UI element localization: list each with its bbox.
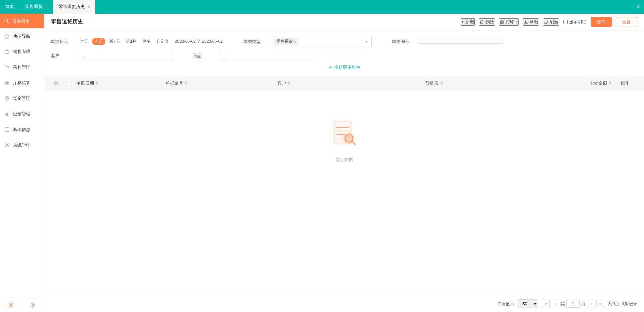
- print-icon: [500, 20, 504, 24]
- customer-input[interactable]: ...: [78, 51, 172, 60]
- prev-page-button[interactable]: ‹: [551, 300, 559, 308]
- bill-type-dropdown-arrow[interactable]: ▾: [365, 39, 368, 44]
- first-page-button[interactable]: «: [542, 300, 550, 308]
- goods-label: 商品: [193, 53, 213, 59]
- content-area: 零售退货历史 + 新增 删除 打印: [44, 14, 644, 312]
- tab-retail-return[interactable]: 零售退货 ×: [20, 0, 53, 14]
- th-checkbox[interactable]: [63, 81, 76, 85]
- tab-retail-return-history[interactable]: 零售退货历史 ×: [53, 0, 95, 14]
- settings-bottom-icon[interactable]: [8, 302, 14, 308]
- show-detail-checkbox-label[interactable]: 显示明细: [563, 19, 587, 25]
- basic-info-icon: [4, 127, 10, 133]
- sidebar-item-operation-label: 经营管理: [13, 111, 30, 117]
- sidebar-item-system-label: 系统管理: [13, 142, 30, 148]
- tab-retail-return-history-label: 零售退货历史: [58, 4, 85, 10]
- sort-customer-icon[interactable]: ⇅: [287, 81, 290, 85]
- date-btn-yesterday[interactable]: 昨天: [78, 38, 90, 45]
- sort-bill-no-icon[interactable]: ⇅: [185, 81, 188, 85]
- bill-no-input[interactable]: [419, 40, 503, 44]
- svg-point-18: [10, 304, 12, 306]
- svg-rect-7: [5, 83, 7, 85]
- print-button[interactable]: 打印 ▾: [499, 18, 519, 26]
- th-date[interactable]: 单据日期 ⇅: [76, 80, 166, 86]
- refresh-label: 刷新: [550, 19, 558, 25]
- sort-date-icon[interactable]: ⇅: [95, 81, 98, 85]
- page-unit-label: 页: [581, 301, 586, 307]
- date-btn-today[interactable]: 今天: [92, 38, 105, 45]
- total-info: 共0页, 0条记录: [608, 301, 637, 307]
- sidebar-item-quick-nav[interactable]: 快捷导航: [0, 28, 44, 44]
- search-menu-label: 搜索菜单: [12, 18, 30, 24]
- th-guide[interactable]: 导购员 ⇅: [426, 80, 537, 86]
- sort-amount-icon[interactable]: ⇅: [609, 81, 612, 85]
- audio-bottom-icon[interactable]: [30, 302, 36, 308]
- close-retail-return-history-tab[interactable]: ×: [88, 4, 90, 9]
- svg-point-20: [55, 83, 57, 84]
- table-wrapper: 单据日期 ⇅ 单据编号 ⇅ 客户 ⇅ 导购员 ⇅ 实销金额 ⇅: [44, 76, 644, 295]
- sidebar-item-sales-label: 销售管理: [13, 49, 30, 55]
- main-layout: 搜索菜单 快捷导航 销售管理: [0, 14, 644, 312]
- page-size-select[interactable]: 50 100 200: [518, 299, 538, 308]
- sort-guide-icon[interactable]: ⇅: [440, 81, 443, 85]
- add-button[interactable]: + 新增: [461, 18, 475, 26]
- sidebar-item-operation[interactable]: 经营管理: [0, 106, 44, 122]
- th-customer[interactable]: 客户 ⇅: [277, 80, 426, 86]
- collapse-icon: [328, 65, 333, 70]
- page-header: 零售退货历史 + 新增 删除 打印: [44, 14, 644, 30]
- sidebar-item-system[interactable]: 系统管理: [0, 137, 44, 153]
- date-options-group: 昨天 今天 近7天 近1月 更多 自定义 2023-06-02 至 2023-0…: [78, 38, 223, 45]
- sidebar-item-finance[interactable]: 资金管理: [0, 91, 44, 106]
- refresh-button[interactable]: 刷新: [543, 18, 559, 26]
- sidebar: 搜索菜单 快捷导航 销售管理: [0, 14, 44, 312]
- filter-row-2: 客户 ... 商品 ...: [51, 51, 637, 60]
- date-btn-1month[interactable]: 近1月: [124, 38, 139, 45]
- bill-type-select[interactable]: 零售退货 × ▾: [270, 36, 372, 47]
- sidebar-item-basic-info-label: 基础信息: [13, 127, 30, 133]
- query-button[interactable]: 查询: [591, 17, 612, 27]
- sidebar-item-purchase-label: 采购管理: [13, 64, 30, 70]
- last-page-button[interactable]: »: [596, 300, 604, 308]
- export-label: 导出: [529, 19, 538, 25]
- sidebar-item-purchase[interactable]: 采购管理: [0, 60, 44, 75]
- select-all-checkbox[interactable]: [68, 81, 72, 85]
- svg-rect-11: [7, 113, 8, 116]
- search-menu-bar[interactable]: 搜索菜单: [0, 14, 44, 28]
- tag-close-icon[interactable]: ×: [294, 40, 296, 44]
- window-close-button[interactable]: ×: [636, 3, 640, 10]
- system-icon: [4, 142, 10, 148]
- collapse-button[interactable]: 收起更多条件: [328, 64, 360, 70]
- sidebar-item-basic-info[interactable]: 基础信息: [0, 122, 44, 137]
- th-amount[interactable]: 实销金额 ⇅: [537, 80, 612, 86]
- export-button[interactable]: 导出: [523, 18, 539, 26]
- filter-area: 单据日期 昨天 今天 近7天 近1月 更多 自定义 2023-06-02 至 2…: [44, 30, 644, 76]
- delete-icon: [479, 20, 484, 24]
- delete-label: 删除: [485, 19, 494, 25]
- date-label: 单据日期: [51, 39, 71, 45]
- th-bill-no[interactable]: 单据编号 ⇅: [166, 80, 277, 86]
- print-dropdown-icon[interactable]: ▾: [516, 20, 518, 24]
- close-retail-return-tab[interactable]: ×: [45, 4, 48, 9]
- tab-home[interactable]: 首页: [0, 0, 20, 14]
- sidebar-item-quick-nav-label: 快捷导航: [13, 33, 30, 39]
- next-page-button[interactable]: ›: [587, 300, 595, 308]
- empty-text: 暂无数据: [335, 157, 353, 163]
- svg-rect-19: [500, 21, 504, 23]
- th-settings[interactable]: [49, 81, 63, 86]
- setting-button[interactable]: 设置: [616, 17, 637, 27]
- th-date-label: 单据日期: [76, 80, 94, 86]
- sidebar-item-sales[interactable]: 销售管理: [0, 44, 44, 60]
- sidebar-item-inventory[interactable]: 库存核算: [0, 75, 44, 91]
- page-number-input[interactable]: [566, 300, 580, 308]
- th-bill-no-label: 单据编号: [166, 80, 183, 86]
- page-nav: « ‹ 第 页 › »: [542, 300, 604, 308]
- date-btn-7days[interactable]: 近7天: [108, 38, 122, 45]
- column-settings-icon[interactable]: [53, 81, 59, 86]
- delete-button[interactable]: 删除: [479, 18, 495, 26]
- date-btn-custom[interactable]: 自定义: [154, 38, 171, 45]
- date-btn-more[interactable]: 更多: [140, 38, 152, 45]
- goods-input[interactable]: ...: [220, 51, 314, 60]
- show-detail-checkbox[interactable]: [563, 20, 568, 24]
- operation-icon: [4, 111, 10, 117]
- empty-state: ? 暂无数据: [44, 90, 644, 190]
- purchase-icon: [4, 64, 10, 70]
